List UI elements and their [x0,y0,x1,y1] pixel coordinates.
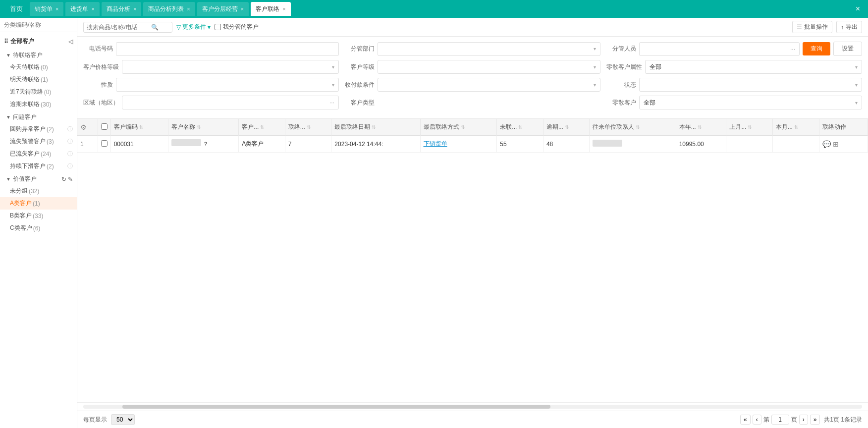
pending-arrow: ▼ [6,53,11,58]
global-close-button[interactable]: × [852,4,864,13]
sort-icon-name[interactable]: ⇅ [197,124,201,130]
home-tab[interactable]: 首页 [4,4,29,13]
batch-ops-button[interactable]: ☰ 批量操作 [792,21,832,33]
sort-icon-this-year[interactable]: ⇅ [698,124,702,130]
repurchase-info-icon: ⓘ [67,125,73,133]
sort-icon-method[interactable]: ⇅ [461,124,465,130]
contact-method-link[interactable]: 下销货单 [424,140,447,147]
prev-page-btn[interactable]: ‹ [753,415,761,425]
first-page-btn[interactable]: « [740,415,751,425]
tab-label-customer-contact: 客户联络 [256,5,279,13]
query-button-inline[interactable]: 查询 [803,42,830,55]
payment-input[interactable]: ▾ [378,78,600,92]
tab-product-analysis-list[interactable]: 商品分析列表 × [143,2,195,16]
filter-region-group: 区域（地区） ··· [83,96,339,109]
sidebar-item-tomorrow-pending[interactable]: 明天待联络 (1) [0,73,77,86]
sidebar-value-customers-group[interactable]: ▼ 价值客户 ↻ ✎ [0,172,77,185]
close-icon-customer-tier[interactable]: × [241,6,244,12]
sidebar-item-declining[interactable]: 持续下滑客户 (2) ⓘ [0,160,77,172]
sidebar-item-churned[interactable]: 已流失客户 (24) ⓘ [0,148,77,160]
last-page-btn[interactable]: » [810,415,820,425]
total-info: 共1页 1条记录 [824,416,862,424]
sidebar-item-overdue-pending[interactable]: 逾期未联络 (30) [0,98,77,110]
customer-table: ⚙ 客户编码 ⇅ 客户名称 [77,119,868,153]
region-input[interactable]: ··· [122,96,339,109]
sort-icon-this-month[interactable]: ⇅ [794,124,798,130]
churned-info-icon: ⓘ [67,150,73,158]
customer-level-input[interactable]: ▾ [378,60,600,74]
select-all-checkbox[interactable] [101,123,108,130]
close-icon-product-analysis-list[interactable]: × [187,6,190,12]
person-input[interactable]: ··· [639,42,800,56]
sort-icon-liaison[interactable]: ⇅ [636,124,640,130]
tab-sales-order[interactable]: 销货单 × [30,2,63,16]
sidebar-item-unclassified[interactable]: 未分组 (32) [0,185,77,197]
col-gear: ⚙ [77,119,98,136]
sort-icon-contact-count[interactable]: ⇅ [307,124,311,130]
sort-icon-date[interactable]: ⇅ [372,124,376,130]
filter-payment-group: 收付款条件 ▾ [345,78,600,92]
status-label: 状态 [606,81,636,89]
per-page-select[interactable]: 50 [111,414,135,425]
filter-search-box: 🔍 [83,22,172,33]
filter-nature-group: 性质 ▾ [83,78,339,92]
sort-icon-level[interactable]: ⇅ [260,124,264,130]
tab-customer-contact[interactable]: 客户联络 × [251,2,290,16]
sidebar-item-repurchase-anomaly[interactable]: 回购异常客户 (2) ⓘ [0,123,77,135]
sidebar-item-churn-warning[interactable]: 流失预警客户 (3) ⓘ [0,135,77,148]
collapse-icon[interactable]: ◁ [68,38,73,45]
sidebar-all-customers-header[interactable]: ⠿ 全部客户 ◁ [0,34,77,49]
churn-warning-count: (3) [47,138,54,145]
filter-icon: ▽ [176,24,181,31]
status-input[interactable]: ▾ [639,78,862,92]
sidebar-search-input[interactable] [4,21,77,28]
sort-icon-last-month[interactable]: ⇅ [748,124,752,130]
sort-icon-code[interactable]: ⇅ [139,124,143,130]
b-class-label: B类客户 [10,212,32,220]
horizontal-scrollbar-thumb[interactable] [122,405,551,409]
tab-purchase-order[interactable]: 进货单 × [65,2,99,16]
sidebar-item-b-class[interactable]: B类客户 (33) [0,210,77,222]
table-gear-icon[interactable]: ⚙ [80,123,87,131]
tab-product-analysis[interactable]: 商品分析 × [102,2,141,16]
more-conditions-arrow: ▾ [208,24,211,31]
next-page-btn[interactable]: › [799,415,808,425]
sidebar-content: ⠿ 全部客户 ◁ ▼ 待联络客户 今天待联络 (0) 明天待联络 (1) 近7天… [0,32,77,428]
nature-input[interactable]: ▾ [116,78,339,92]
my-customers-checkbox[interactable] [215,24,221,30]
col-overdue: 逾期... ⇅ [543,119,590,136]
a-class-count: (1) [33,200,40,207]
close-icon-customer-contact[interactable]: × [282,6,285,12]
sidebar-pending-contact-group[interactable]: ▼ 待联络客户 [0,49,77,61]
sidebar-item-c-class[interactable]: C类客户 (6) [0,222,77,234]
phone-input[interactable] [116,42,339,56]
message-action-icon[interactable]: 💬 [822,140,831,148]
settings-button-inline[interactable]: 设置 [833,42,862,56]
filter-search-input[interactable] [87,24,151,31]
row-checkbox[interactable] [101,140,108,147]
sidebar-item-today-pending[interactable]: 今天待联络 (0) [0,61,77,73]
sort-icon-no-contact[interactable]: ⇅ [518,124,522,130]
retail-customer-input[interactable]: 全部 ▾ [639,96,862,109]
declining-count: (2) [47,163,54,170]
price-level-input[interactable]: ▾ [122,60,339,74]
today-pending-label: 今天待联络 [10,63,40,71]
close-icon-product-analysis[interactable]: × [133,6,136,12]
export-button[interactable]: ↑ 导出 [836,21,862,33]
more-conditions-btn[interactable]: ▽ 更多条件 ▾ [176,23,211,31]
refresh-icon[interactable]: ↻ [61,176,66,183]
sidebar-problem-customers-group[interactable]: ▼ 问题客户 [0,110,77,123]
qr-action-icon[interactable]: ⊞ [833,140,839,148]
sidebar-item-a-class[interactable]: A类客户 (1) [0,197,77,210]
current-page-input[interactable] [771,415,789,425]
retail-attr-input[interactable]: 全部 ▾ [645,60,862,74]
dept-input[interactable]: ▾ [378,42,600,56]
close-icon-sales-order[interactable]: × [55,6,58,12]
sidebar-item-7days-pending[interactable]: 近7天待联络 (0) [0,86,77,98]
declining-label: 持续下滑客户 [10,162,46,170]
edit-icon[interactable]: ✎ [68,176,73,183]
customer-type-input[interactable] [378,96,600,109]
sort-icon-overdue[interactable]: ⇅ [565,124,569,130]
tab-customer-tier[interactable]: 客户分层经营 × [197,2,249,16]
close-icon-purchase-order[interactable]: × [91,6,94,12]
